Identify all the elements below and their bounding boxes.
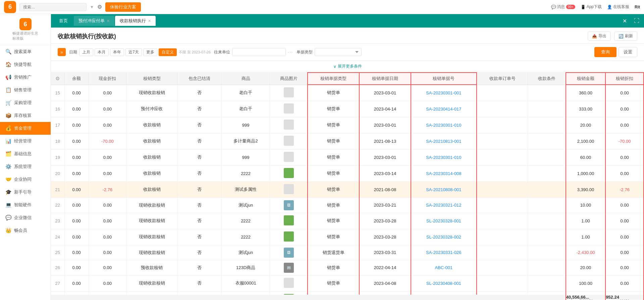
date-btn-thismonth[interactable]: 本月	[95, 48, 109, 56]
sidebar-item-purchase[interactable]: 🛒 采购管理	[0, 96, 51, 109]
query-btn[interactable]: 查询	[594, 47, 616, 57]
search-input[interactable]	[19, 3, 87, 11]
marketing-icon: 📢	[5, 74, 11, 80]
page-header: 收款核销执行(按收款) 📤 导出 🔄 刷新	[51, 28, 644, 44]
cell-bill-no[interactable]: SA-20210808-001	[411, 181, 477, 198]
sidebar-label: 系统管理	[14, 164, 32, 170]
sidebar-item-guide[interactable]: 🎓 新手引导	[0, 186, 51, 199]
cell-bill-type: 销货单	[308, 149, 359, 165]
table-row: 190.000.00收款核销否999销货单2023-03-01SA-202303…	[51, 149, 644, 165]
cell-bill-no[interactable]: SA-20230301-010	[411, 117, 477, 133]
date-btn-lastmonth[interactable]: 上月	[79, 48, 93, 56]
cell-bill-no[interactable]: SL-20230328-001	[411, 213, 477, 229]
cell-bill-no[interactable]: SA-20230414-017	[411, 101, 477, 117]
sidebar-item-inventory[interactable]: 📦 库存核算	[0, 109, 51, 122]
cell-verify-discount: 0.00	[605, 198, 644, 213]
cell-verify-discount: 0.00	[605, 85, 644, 101]
sidebar-item-marketing[interactable]: 📢 营销推广	[0, 71, 51, 84]
cell-receipt-cond	[528, 229, 566, 245]
sidebar-item-quicknav[interactable]: 🏠 快捷导航	[0, 58, 51, 71]
bill-no-link[interactable]: SA-20230321-012	[426, 203, 462, 208]
sidebar-item-hardware[interactable]: 💻 智能硬件	[0, 199, 51, 211]
cell-bill-no[interactable]: SA-20230301-010	[411, 149, 477, 165]
user-name[interactable]: Rit	[635, 5, 640, 9]
bill-no-link[interactable]: SA-20210813-001	[426, 139, 462, 144]
tab-prepay[interactable]: 预付冲应付单 ✕	[74, 16, 114, 26]
bill-no-link[interactable]: SA-20210808-001	[426, 187, 462, 192]
bill-no-link[interactable]: ABC-001	[435, 265, 452, 270]
sidebar-item-bizmanage[interactable]: 📊 经营管理	[0, 135, 51, 147]
cell-goods-img	[270, 149, 308, 165]
cell-include-settled: 否	[177, 149, 222, 165]
cell-verify-type: 收款核销	[126, 149, 177, 165]
bill-no-link[interactable]: SA-20230314-008	[426, 171, 462, 176]
bill-no-link[interactable]: SL-20230328-001	[426, 218, 461, 223]
sidebar-item-member[interactable]: 👑 畅会员	[0, 224, 51, 237]
export-btn[interactable]: 📤 导出	[588, 32, 611, 41]
inventory-icon: 📦	[5, 113, 11, 119]
msg-area[interactable]: 💬 消息 99+	[551, 4, 575, 10]
guide-icon: 🎓	[5, 189, 11, 195]
cell-include-settled: 否	[177, 181, 222, 198]
date-btn-custom[interactable]: 自定义	[159, 48, 177, 56]
setting-btn[interactable]: 设置	[619, 47, 637, 57]
cell-bill-type: 销货单	[308, 165, 359, 181]
refresh-btn[interactable]: 🔄 刷新	[614, 32, 637, 41]
date-btn-thisyear[interactable]: 本年	[110, 48, 124, 56]
bill-no-link[interactable]: SA-20230301-010	[426, 123, 462, 128]
sidebar-item-sales[interactable]: 📋 销售管理	[0, 84, 51, 96]
col-gear[interactable]: ⚙	[51, 73, 64, 85]
tab-receipt[interactable]: 收款核销执行 ✕	[115, 16, 156, 26]
bill-no-link[interactable]: SA-20230301-001	[426, 90, 462, 95]
cell-bill-no[interactable]: SL-20230408-001	[411, 275, 477, 291]
cell-balance: 0.00	[64, 213, 89, 229]
date-btn-7days[interactable]: 近7天	[125, 48, 142, 56]
cell-bill-type: 销货单	[308, 275, 359, 291]
expand-more-btn[interactable]: ∨ 展开更多条件	[330, 62, 365, 71]
bill-no-link[interactable]: SL-20230408-001	[426, 281, 461, 286]
cell-bill-no[interactable]: SA-20230301-001	[411, 85, 477, 101]
date-btn-more[interactable]: 更多	[143, 48, 157, 56]
bill-no-link[interactable]: SL-20230328-002	[426, 234, 461, 240]
cell-cash-discount: 0.00	[89, 165, 126, 181]
cell-receipt-order-no	[477, 85, 528, 101]
cell-bill-no[interactable]: SA-20230331-026	[411, 245, 477, 260]
cell-bill-no[interactable]: SA-20230321-012	[411, 198, 477, 213]
tab-expand-btn[interactable]: ⛶	[632, 16, 641, 26]
tab-close-receipt[interactable]: ✕	[148, 19, 151, 23]
gear-icon[interactable]: ⚙	[55, 76, 60, 81]
table-container[interactable]: ⚙ 余额 现金折扣 核销类型 包含已结清 商品 商品图片 核销单据类型 核销单据…	[51, 72, 644, 300]
tab-close-prepay[interactable]: ✕	[107, 19, 110, 23]
cell-cash-discount: 0.00	[89, 149, 126, 165]
sidebar-item-collab[interactable]: 🤝 企业协同	[0, 173, 51, 186]
sidebar-item-basicinfo[interactable]: 🗂️ 基础信息	[0, 147, 51, 160]
cell-bill-no[interactable]: SL-20230328-002	[411, 229, 477, 245]
cell-cash-discount: -70.00	[89, 133, 126, 149]
app-download[interactable]: 📱 App下载	[581, 4, 602, 10]
tab-close-btn[interactable]: ✕	[620, 16, 629, 26]
online-service[interactable]: 👤 在线客服	[607, 4, 629, 10]
cell-goods: 老白干	[222, 85, 270, 101]
industry-btn[interactable]: 休验行业方案	[105, 2, 141, 12]
sidebar-item-search[interactable]: 🔍 搜索菜单	[0, 45, 51, 58]
sidebar-item-sysmanage[interactable]: ⚙️ 系统管理	[0, 160, 51, 173]
sidebar-item-wechat[interactable]: 💬 企业微信	[0, 211, 51, 224]
cell-receipt-cond	[528, 165, 566, 181]
billtype-select[interactable]	[315, 48, 362, 56]
sidebar-label: 畅会员	[14, 227, 27, 233]
sidebar-label: 营销推广	[14, 74, 32, 80]
partner-input[interactable]	[232, 48, 286, 56]
sidebar: 6 畅捷通谱好生意标准版 🔍 搜索菜单 🏠 快捷导航 📢 营销推广 📋 销售管理…	[0, 14, 51, 300]
gear-settings-icon[interactable]: ⚙	[97, 4, 102, 10]
sidebar-item-finance[interactable]: 💰 资金管理	[0, 122, 51, 135]
cell-goods-img	[270, 275, 308, 291]
filter-expand-btn[interactable]: »	[58, 48, 66, 56]
cell-bill-no[interactable]: ABC-001	[411, 260, 477, 275]
bill-no-link[interactable]: SA-20230331-026	[426, 250, 462, 255]
bill-no-link[interactable]: SA-20230414-017	[426, 106, 462, 112]
cell-bill-no[interactable]: SA-20210813-001	[411, 133, 477, 149]
bill-no-link[interactable]: SA-20230301-010	[426, 155, 462, 160]
cell-verify-amount: 1.00	[566, 229, 605, 245]
tab-home[interactable]: 首页	[54, 16, 73, 26]
cell-bill-no[interactable]: SA-20230314-008	[411, 165, 477, 181]
